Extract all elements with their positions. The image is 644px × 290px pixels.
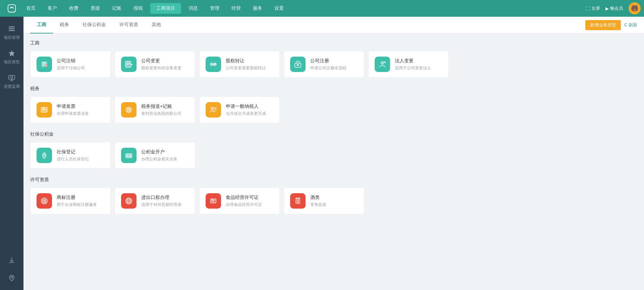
section-title-license: 许可资质 — [30, 177, 637, 183]
section-social: 社保公积金 社保登记 进行人员社保登记 — [30, 131, 637, 169]
sidebar-download[interactable] — [0, 252, 23, 269]
tab-tax[interactable]: 税务 — [53, 17, 76, 33]
user-avatar[interactable]: 🐻 — [629, 2, 641, 14]
new-type-button[interactable]: 新增业务类型 — [585, 20, 621, 30]
nav-bills[interactable]: 票据 — [85, 0, 106, 17]
svg-rect-40 — [212, 200, 215, 201]
sidebar-label-project-type: 项目类型 — [4, 59, 20, 65]
card-alcohol[interactable]: 酒类 零售批发 — [284, 188, 364, 214]
svg-rect-24 — [42, 109, 46, 110]
svg-point-30 — [214, 107, 216, 110]
card-legal-change[interactable]: 法人变更 适用于公司变更法人 — [368, 51, 449, 78]
sidebar-item-project-manage[interactable]: 项目管理 — [0, 20, 23, 45]
nav-accounting[interactable]: 记账 — [106, 0, 127, 17]
svg-marker-3 — [9, 50, 15, 56]
cards-grid-social: 社保登记 进行人员社保登记 — [30, 142, 637, 169]
card-title-legal-change: 法人变更 — [395, 58, 431, 64]
card-title-fund-account: 公积金开户 — [141, 149, 177, 155]
nav-manage[interactable]: 管理 — [204, 0, 225, 17]
tab-actions: 新增业务类型 C 刷新 — [585, 20, 637, 30]
card-text-food-license: 食品经营许可证 办理食品经营许可证 — [226, 195, 262, 208]
vip-button[interactable]: ▶ 畅会员 — [605, 5, 623, 11]
card-desc-food-license: 办理食品经营许可证 — [226, 202, 262, 208]
section-business: 工商 — [30, 40, 637, 78]
card-desc-import-export: 适用于对外贸易经营者 — [141, 202, 181, 208]
logo — [3, 0, 20, 17]
tab-social-security[interactable]: 社保公积金 — [76, 17, 113, 33]
svg-rect-26 — [42, 108, 44, 108]
card-text-fund-account: 公积金开户 办理公积金相关业务 — [141, 149, 177, 162]
vip-icon: ▶ — [605, 6, 609, 11]
card-apply-invoice[interactable]: 申请发票 办理申请发票业务 — [30, 96, 111, 123]
svg-rect-25 — [42, 110, 45, 111]
card-title-alcohol: 酒类 — [310, 195, 326, 201]
nav-tax[interactable]: 报税 — [127, 0, 149, 17]
nav-fees[interactable]: 收费 — [63, 0, 85, 17]
sidebar-item-project-type[interactable]: 项目类型 — [0, 45, 23, 69]
download-icon — [7, 256, 16, 265]
card-icon-company-cancel — [37, 57, 52, 72]
nav-service[interactable]: 服务 — [247, 0, 268, 17]
section-title-tax: 税务 — [30, 86, 637, 92]
card-fund-account[interactable]: 公积金开户 办理公积金相关业务 — [115, 142, 195, 169]
nav-right-area: ⛶ 全屏 ▶ 畅会员 🐻 — [586, 2, 641, 14]
tab-license[interactable]: 许可资质 — [113, 17, 145, 33]
fullscreen-button[interactable]: ⛶ 全屏 — [586, 5, 600, 11]
card-desc-social-register: 进行人员社保登记 — [57, 156, 89, 162]
sidebar-location[interactable] — [0, 269, 23, 287]
svg-point-29 — [211, 107, 214, 110]
card-text-company-change: 公司变更 股权变更外的业务变更 — [141, 58, 181, 71]
svg-rect-4 — [9, 75, 15, 79]
card-title-tax-accounting: 税务报道+记账 — [141, 103, 181, 110]
card-company-cancel[interactable]: 公司注销 适用于注销公司 — [30, 51, 111, 78]
tab-bar: 工商 税务 社保公积金 许可资质 其他 新增业务类型 C 刷新 — [23, 17, 644, 33]
card-text-apply-invoice: 申请发票 办理申请发票业务 — [57, 103, 89, 117]
card-desc-apply-invoice: 办理申请发票业务 — [57, 111, 89, 117]
card-tax-accounting[interactable]: 税务报道+记账 拿到营业执照的新公司 — [115, 96, 195, 123]
svg-rect-12 — [42, 65, 45, 66]
nav-operation[interactable]: 经营 — [225, 0, 247, 17]
svg-rect-21 — [297, 64, 299, 66]
cards-grid-license: ® 商标注册 用于企业商标注册服务 — [30, 188, 637, 214]
card-desc-alcohol: 零售批发 — [310, 202, 326, 208]
card-company-register[interactable]: 公司注册 申请公司注册全流程 — [284, 51, 364, 78]
card-food-license[interactable]: 食品经营许可证 办理食品经营许可证 — [199, 188, 280, 214]
card-title-apply-invoice: 申请发票 — [57, 103, 89, 110]
refresh-button[interactable]: C 刷新 — [624, 22, 637, 28]
card-equity-transfer[interactable]: 股权转让 公司变更需要股权转让 — [199, 51, 280, 78]
svg-rect-31 — [126, 154, 132, 158]
tab-business[interactable]: 工商 — [30, 17, 53, 33]
card-trademark[interactable]: ® 商标注册 用于企业商标注册服务 — [30, 188, 111, 214]
nav-business[interactable]: 工商项目 — [150, 3, 181, 14]
nav-home[interactable]: 首页 — [20, 0, 42, 17]
scroll-content: 工商 — [23, 33, 644, 290]
svg-rect-16 — [126, 64, 130, 64]
nav-settings[interactable]: 设置 — [268, 0, 290, 17]
card-text-general-taxpayer: 申请一般纳税人 当月或次月成变更完成 — [226, 103, 266, 117]
card-general-taxpayer[interactable]: 申请一般纳税人 当月或次月成变更完成 — [199, 96, 280, 123]
section-title-social: 社保公积金 — [30, 131, 637, 137]
svg-point-22 — [381, 62, 384, 64]
nav-customer[interactable]: 客户 — [42, 0, 63, 17]
section-license: 许可资质 ® 商标注册 用于企业商标注册服务 — [30, 177, 637, 214]
card-desc-company-cancel: 适用于注销公司 — [57, 65, 85, 71]
sidebar-item-progress[interactable]: 进度监测 — [0, 69, 23, 93]
tab-other[interactable]: 其他 — [145, 17, 168, 33]
star-icon — [7, 49, 16, 58]
card-import-export[interactable]: 进出口权办理 适用于对外贸易经营者 — [115, 188, 195, 214]
card-icon-food-license — [206, 193, 221, 209]
card-title-food-license: 食品经营许可证 — [226, 195, 262, 201]
card-text-import-export: 进出口权办理 适用于对外贸易经营者 — [141, 195, 181, 208]
svg-text:®: ® — [43, 200, 46, 203]
card-social-register[interactable]: 社保登记 进行人员社保登记 — [30, 142, 111, 169]
card-title-social-register: 社保登记 — [57, 149, 89, 155]
sidebar: 项目管理 项目类型 进度监测 — [0, 17, 23, 290]
card-icon-alcohol — [290, 193, 306, 209]
card-company-change[interactable]: 公司变更 股权变更外的业务变更 — [115, 51, 195, 78]
card-desc-company-register: 申请公司注册全流程 — [310, 65, 346, 71]
nav-message[interactable]: 消息 — [182, 0, 204, 17]
svg-rect-0 — [9, 26, 15, 27]
card-icon-company-change — [121, 57, 137, 72]
card-desc-trademark: 用于企业商标注册服务 — [57, 202, 97, 208]
card-icon-apply-invoice — [37, 102, 52, 118]
